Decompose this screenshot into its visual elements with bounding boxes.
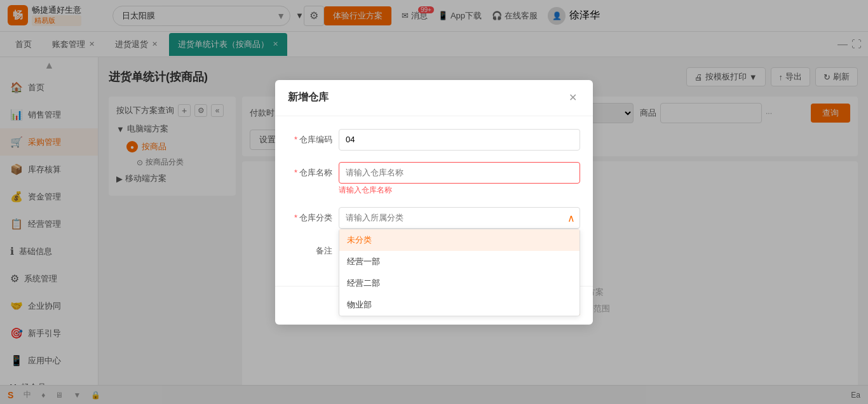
dropdown-option-unclassified[interactable]: 未分类 [339, 229, 580, 251]
category-input[interactable] [339, 207, 580, 229]
modal-header: 新增仓库 ✕ [275, 80, 593, 116]
dropdown-option-dept2[interactable]: 经营二部 [339, 273, 580, 294]
category-label: 仓库分类 [288, 212, 339, 224]
new-warehouse-modal: 新增仓库 ✕ 仓库编码 仓库名称 请输入仓库名称 仓库分类 [275, 80, 593, 325]
category-dropdown-menu: 未分类 经营一部 经营二部 物业部 [339, 229, 580, 316]
code-input[interactable] [339, 129, 580, 151]
modal-title: 新增仓库 [288, 91, 329, 104]
name-input[interactable] [339, 162, 580, 184]
dropdown-arrow-icon[interactable]: ∧ [567, 212, 575, 224]
dropdown-option-dept3[interactable]: 物业部 [339, 294, 580, 316]
modal-close-button[interactable]: ✕ [565, 90, 580, 105]
code-label: 仓库编码 [288, 134, 339, 145]
name-label: 仓库名称 [288, 167, 339, 178]
modal-overlay: 新增仓库 ✕ 仓库编码 仓库名称 请输入仓库名称 仓库分类 [0, 0, 868, 404]
form-row-category: 仓库分类 ∧ 未分类 经营一部 经营二部 物业部 [288, 207, 580, 229]
notes-label: 备注 [288, 245, 339, 257]
name-error-tip: 请输入仓库名称 [339, 185, 392, 196]
form-row-code: 仓库编码 [288, 129, 580, 151]
dropdown-option-dept1[interactable]: 经营一部 [339, 251, 580, 273]
modal-body: 仓库编码 仓库名称 请输入仓库名称 仓库分类 ∧ [275, 116, 593, 286]
form-row-name: 仓库名称 请输入仓库名称 [288, 162, 580, 196]
